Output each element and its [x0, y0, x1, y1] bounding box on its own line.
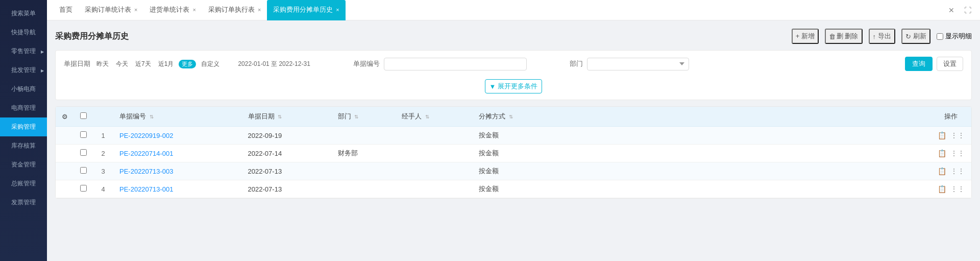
- tab-0[interactable]: 首页: [53, 0, 79, 20]
- page-content: 采购费用分摊单历史 + 新增 🗑 删 删除 ↑ 导出 ↻ 刷新 显示明细: [47, 20, 980, 261]
- doc-no-sort-icon[interactable]: ⇅: [150, 114, 154, 120]
- main-content: 首页采购订单统计表×进货单统计表×采购订单执行表×采购费用分摊单历史× ✕ ⛶ …: [47, 0, 980, 261]
- date-label: 单据日期: [64, 59, 90, 68]
- tab-3[interactable]: 采购订单执行表×: [202, 0, 267, 20]
- query-button[interactable]: 查询: [905, 57, 933, 71]
- row-edit-icon-0[interactable]: 📋: [938, 131, 946, 139]
- row-edit-icon-1[interactable]: 📋: [938, 149, 946, 157]
- setting-button[interactable]: 设置: [937, 57, 963, 71]
- cell-date-2: 2022-07-13: [242, 162, 332, 180]
- toolbar: + 新增 🗑 删 删除 ↑ 导出 ↻ 刷新 显示明细: [792, 29, 972, 44]
- row-more-icon-0[interactable]: ⋮⋮: [950, 131, 965, 139]
- sidebar-item-10[interactable]: 发票管理: [0, 193, 47, 212]
- page-header: 采购费用分摊单历史 + 新增 🗑 删 删除 ↑ 导出 ↻ 刷新 显示明细: [55, 29, 972, 44]
- cell-actions-2: 📋 ⋮⋮: [930, 162, 971, 180]
- maximize-window-button[interactable]: ⛶: [962, 4, 974, 16]
- row-checkbox-2[interactable]: [80, 167, 87, 174]
- table-row: 3 PE-20220713-003 2022-07-13 按金额 📋 ⋮⋮: [56, 162, 971, 180]
- settings-icon[interactable]: ⚙: [62, 113, 68, 121]
- doc-no-link-3[interactable]: PE-20220713-001: [119, 185, 174, 193]
- sidebar-item-8[interactable]: 资金管理: [0, 155, 47, 174]
- add-button[interactable]: + 新增: [792, 29, 819, 44]
- sidebar-item-4[interactable]: 小畅电商: [0, 80, 47, 99]
- delete-button[interactable]: 🗑 删 删除: [825, 29, 863, 44]
- export-button[interactable]: ↑ 导出: [869, 29, 896, 44]
- tab-label-0: 首页: [59, 5, 72, 14]
- cell-handler-1: [396, 145, 473, 162]
- col-settings: ⚙: [56, 107, 74, 127]
- col-num: [93, 107, 113, 127]
- close-window-button[interactable]: ✕: [945, 4, 958, 16]
- sidebar-item-7[interactable]: 库存核算: [0, 136, 47, 155]
- cell-checkbox-2: [74, 162, 93, 180]
- sidebar-item-2[interactable]: 零售管理: [0, 42, 47, 61]
- tab-4[interactable]: 采购费用分摊单历史×: [267, 0, 345, 20]
- tab-1[interactable]: 采购订单统计表×: [79, 0, 143, 20]
- doc-no-link-0[interactable]: PE-20220919-002: [119, 132, 174, 139]
- filter-area: 单据日期 昨天 今天 近7天 近1月 更多 自定义 2022-01-01 至 2…: [55, 50, 972, 100]
- select-all-checkbox[interactable]: [80, 112, 87, 119]
- cell-doc-no-1: PE-20220714-001: [113, 145, 242, 162]
- tab-label-2: 进货单统计表: [150, 5, 189, 14]
- doc-no-link-1[interactable]: PE-20220714-001: [119, 150, 174, 157]
- cell-dept-1: 财务部: [332, 145, 396, 162]
- dept-filter: 部门 财务部: [570, 58, 689, 70]
- show-detail-checkbox-label[interactable]: 显示明细: [937, 32, 972, 41]
- page-title: 采购费用分摊单历史: [55, 31, 129, 42]
- row-edit-icon-2[interactable]: 📋: [938, 167, 946, 175]
- show-detail-checkbox[interactable]: [937, 33, 943, 40]
- date-filter: 单据日期 昨天 今天 近7天 近1月 更多 自定义: [64, 59, 222, 69]
- table-row: 4 PE-20220713-001 2022-07-13 按金额 📋 ⋮⋮: [56, 180, 971, 198]
- dept-select[interactable]: 财务部: [587, 58, 689, 70]
- cell-split-method-3: 按金额: [473, 180, 930, 198]
- date-sort-icon[interactable]: ⇅: [278, 114, 282, 120]
- dept-sort-icon[interactable]: ⇅: [354, 114, 358, 120]
- row-more-icon-2[interactable]: ⋮⋮: [950, 167, 965, 175]
- sidebar-item-1[interactable]: 快捷导航: [0, 23, 47, 42]
- yesterday-btn[interactable]: 昨天: [94, 59, 111, 69]
- table-header-row: ⚙ 单据编号 ⇅ 单据日期 ⇅: [56, 107, 971, 127]
- tab-close-3[interactable]: ×: [258, 7, 261, 13]
- more-btn[interactable]: 更多: [179, 60, 196, 68]
- row-more-icon-1[interactable]: ⋮⋮: [950, 149, 965, 157]
- cell-checkbox-0: [74, 127, 93, 145]
- tab-close-1[interactable]: ×: [134, 7, 137, 13]
- tab-close-4[interactable]: ×: [336, 7, 339, 13]
- col-date: 单据日期 ⇅: [242, 107, 332, 127]
- cell-handler-3: [396, 180, 473, 198]
- chevron-down-icon: ▼: [489, 83, 496, 90]
- col-doc-no: 单据编号 ⇅: [113, 107, 242, 127]
- handler-sort-icon[interactable]: ⇅: [425, 114, 429, 120]
- row-checkbox-1[interactable]: [80, 149, 87, 156]
- dept-label: 部门: [570, 59, 583, 68]
- sidebar-item-3[interactable]: 批发管理: [0, 61, 47, 80]
- doc-no-input[interactable]: [384, 58, 527, 70]
- filter-row-1: 单据日期 昨天 今天 近7天 近1月 更多 自定义 2022-01-01 至 2…: [64, 57, 963, 71]
- col-handler: 经手人 ⇅: [396, 107, 473, 127]
- tab-close-2[interactable]: ×: [192, 7, 195, 13]
- cell-date-0: 2022-09-19: [242, 127, 332, 145]
- today-btn[interactable]: 今天: [114, 59, 130, 69]
- sidebar-item-0[interactable]: 搜索菜单: [0, 4, 47, 23]
- split-method-sort-icon[interactable]: ⇅: [509, 114, 513, 120]
- custom-btn[interactable]: 自定义: [199, 59, 222, 69]
- row-edit-icon-3[interactable]: 📋: [938, 185, 946, 193]
- week-btn[interactable]: 近7天: [133, 59, 153, 69]
- table-row: 1 PE-20220919-002 2022-09-19 按金额 📋 ⋮⋮: [56, 127, 971, 145]
- data-table-container: ⚙ 单据编号 ⇅ 单据日期 ⇅: [55, 106, 972, 199]
- refresh-button[interactable]: ↻ 刷新: [901, 29, 930, 44]
- tab-2[interactable]: 进货单统计表×: [143, 0, 202, 20]
- sidebar-item-9[interactable]: 总账管理: [0, 174, 47, 193]
- tab-label-4: 采购费用分摊单历史: [273, 5, 333, 14]
- row-more-icon-3[interactable]: ⋮⋮: [950, 185, 965, 193]
- sidebar-item-6[interactable]: 采购管理: [0, 117, 47, 136]
- cell-date-3: 2022-07-13: [242, 180, 332, 198]
- expand-conditions-button[interactable]: ▼ 展开更多条件: [485, 79, 543, 93]
- doc-no-link-2[interactable]: PE-20220713-003: [119, 168, 174, 175]
- month-btn[interactable]: 近1月: [156, 59, 176, 69]
- cell-num-1: 2: [93, 145, 113, 162]
- cell-dept-3: [332, 180, 396, 198]
- row-checkbox-3[interactable]: [80, 185, 87, 192]
- sidebar-item-5[interactable]: 电商管理: [0, 99, 47, 117]
- row-checkbox-0[interactable]: [80, 131, 87, 138]
